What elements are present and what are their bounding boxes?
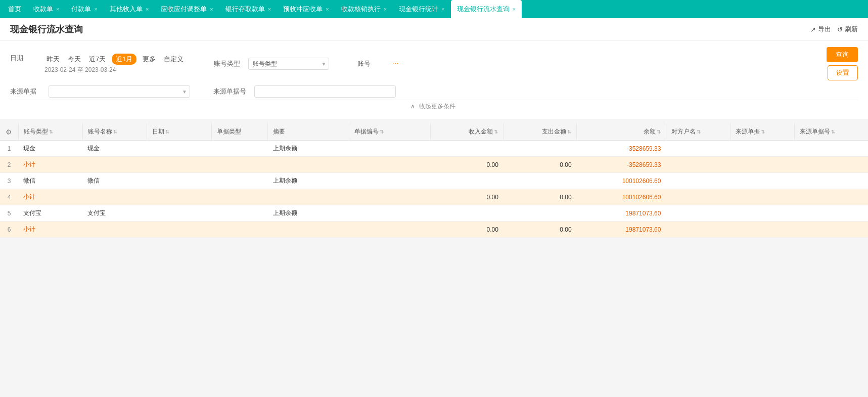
col-balance[interactable]: 余额⇅ <box>577 123 666 141</box>
nav-other-income[interactable]: 其他收入单 × <box>104 0 155 18</box>
col-counterparty[interactable]: 对方户名⇅ <box>666 123 730 141</box>
shortcut-more[interactable]: 更多 <box>141 54 158 64</box>
cell-income <box>430 173 504 189</box>
col-income[interactable]: 收入金额⇅ <box>430 123 504 141</box>
cell-source-doc <box>730 157 794 173</box>
shortcut-7days[interactable]: 近7天 <box>87 54 108 64</box>
cell-source-doc-no <box>794 222 868 238</box>
close-cash-bank-flow-icon[interactable]: × <box>513 6 516 12</box>
cell-expense: 0.00 <box>504 157 577 173</box>
gear-icon[interactable]: ⚙ <box>6 128 12 136</box>
top-nav: 首页 收款单 × 付款单 × 其他收入单 × 应收应付调整单 × 银行存取款单 … <box>0 0 868 18</box>
col-source-doc-no[interactable]: 来源单据号⇅ <box>794 123 868 141</box>
nav-cash-bank-flow[interactable]: 现金银行流水查询 × <box>451 0 522 18</box>
collapse-bar[interactable]: ∧ 收起更多条件 <box>10 100 858 113</box>
nav-advance-offset[interactable]: 预收冲应收单 × <box>277 0 335 18</box>
export-button[interactable]: ↗ 导出 <box>810 25 831 34</box>
page-title: 现金银行流水查询 <box>10 23 83 35</box>
source-doc-select[interactable] <box>49 85 190 98</box>
cell-date <box>147 141 212 157</box>
table-row: 4 小计 0.00 0.00 100102606.60 <box>0 189 868 205</box>
source-doc-no-input[interactable] <box>254 85 396 98</box>
cell-expense <box>504 173 577 189</box>
refresh-button[interactable]: ↺ 刷新 <box>837 25 858 34</box>
table-container: ⚙ 账号类型⇅ 账号名称⇅ 日期⇅ 单据类型 摘要 单据编号⇅ 收入金额⇅ <box>0 123 868 238</box>
source-doc-select-wrapper: ▼ <box>49 85 190 98</box>
close-ar-ap-adjust-icon[interactable]: × <box>210 6 213 12</box>
cell-memo <box>268 189 349 205</box>
cell-source-doc <box>730 222 794 238</box>
account-type-filter-group: 账号类型 账号类型 ▼ <box>214 58 329 70</box>
cell-expense <box>504 141 577 157</box>
nav-ar-ap-adjust[interactable]: 应收应付调整单 × <box>155 0 219 18</box>
nav-collection-exec[interactable]: 收款核销执行 × <box>335 0 393 18</box>
cell-counterparty <box>666 189 730 205</box>
cell-date <box>147 157 212 173</box>
cell-doc-type <box>212 157 268 173</box>
col-expense[interactable]: 支出金额⇅ <box>504 123 577 141</box>
sort-income-icon: ⇅ <box>494 129 498 135</box>
sort-expense-icon: ⇅ <box>567 129 571 135</box>
nav-cash-bank-stats[interactable]: 现金银行统计 × <box>393 0 450 18</box>
cell-account-type: 现金 <box>18 141 82 157</box>
cell-counterparty <box>666 173 730 189</box>
settings-button[interactable]: 设置 <box>828 65 858 80</box>
cell-date <box>147 205 212 222</box>
col-doc-no[interactable]: 单据编号⇅ <box>349 123 430 141</box>
close-cash-bank-stats-icon[interactable]: × <box>441 6 444 12</box>
cell-memo <box>268 222 349 238</box>
nav-payments[interactable]: 付款单 × <box>65 0 103 18</box>
cell-doc-no <box>349 205 430 222</box>
cell-counterparty <box>666 222 730 238</box>
cell-doc-type <box>212 141 268 157</box>
col-date[interactable]: 日期⇅ <box>147 123 212 141</box>
table-header: ⚙ 账号类型⇅ 账号名称⇅ 日期⇅ 单据类型 摘要 单据编号⇅ 收入金额⇅ <box>0 123 868 141</box>
cell-account-name: 现金 <box>82 141 147 157</box>
header-actions: ↗ 导出 ↺ 刷新 <box>810 25 858 34</box>
shortcut-1month[interactable]: 近1月 <box>112 54 136 65</box>
close-bank-deposit-icon[interactable]: × <box>268 6 271 12</box>
cell-source-doc-no <box>794 141 868 157</box>
sort-counterparty-icon: ⇅ <box>697 129 701 135</box>
close-receipts-icon[interactable]: × <box>56 6 59 12</box>
close-payments-icon[interactable]: × <box>94 6 97 12</box>
cell-date <box>147 222 212 238</box>
cell-balance: -3528659.33 <box>577 141 666 157</box>
cell-memo <box>268 157 349 173</box>
col-source-doc[interactable]: 来源单据⇅ <box>730 123 794 141</box>
col-account-name[interactable]: 账号名称⇅ <box>82 123 147 141</box>
cell-source-doc-no <box>794 189 868 205</box>
close-collection-exec-icon[interactable]: × <box>384 6 387 12</box>
cell-doc-no <box>349 141 430 157</box>
shortcut-custom[interactable]: 自定义 <box>162 54 186 64</box>
data-table: ⚙ 账号类型⇅ 账号名称⇅ 日期⇅ 单据类型 摘要 单据编号⇅ 收入金额⇅ <box>0 123 868 238</box>
sort-account-name-icon: ⇅ <box>113 129 117 135</box>
cell-account-type: 微信 <box>18 173 82 189</box>
cell-doc-no <box>349 157 430 173</box>
nav-bank-deposit[interactable]: 银行存取款单 × <box>219 0 277 18</box>
query-button[interactable]: 查询 <box>827 47 858 62</box>
shortcut-yesterday[interactable]: 昨天 <box>44 54 62 64</box>
cell-source-doc-no <box>794 173 868 189</box>
col-gear[interactable]: ⚙ <box>0 123 18 141</box>
cell-account-name: 支付宝 <box>82 205 147 222</box>
close-other-income-icon[interactable]: × <box>146 6 149 12</box>
cell-expense <box>504 205 577 222</box>
shortcut-today[interactable]: 今天 <box>66 54 83 64</box>
close-advance-offset-icon[interactable]: × <box>326 6 329 12</box>
account-dots[interactable]: ··· <box>392 59 398 68</box>
cell-expense: 0.00 <box>504 189 577 205</box>
cell-doc-no <box>349 173 430 189</box>
cell-account-name <box>82 157 147 173</box>
cell-doc-type <box>212 173 268 189</box>
sort-source-doc-no-icon: ⇅ <box>831 129 835 135</box>
cell-source-doc <box>730 141 794 157</box>
cell-balance: 19871073.60 <box>577 222 666 238</box>
account-type-select[interactable]: 账号类型 <box>248 58 329 70</box>
nav-home[interactable]: 首页 <box>2 0 27 18</box>
col-account-type[interactable]: 账号类型⇅ <box>18 123 82 141</box>
cell-balance: 19871073.60 <box>577 205 666 222</box>
nav-receipts[interactable]: 收款单 × <box>27 0 65 18</box>
filter-row-date: 日期 昨天 今天 近7天 近1月 更多 自定义 2023-02-24 至 202… <box>10 47 858 80</box>
account-label: 账号 <box>357 59 388 68</box>
